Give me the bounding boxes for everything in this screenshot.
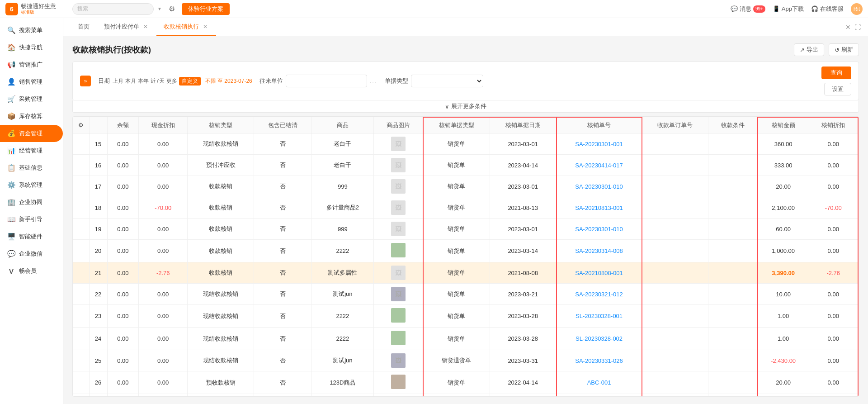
wechat-icon: 💬 (7, 250, 15, 258)
sidebar-item-inventory[interactable]: 📦 库存核算 (0, 108, 63, 125)
logo-area: 6 畅捷通好生意 标准版 (5, 3, 69, 15)
bill-no-link[interactable]: SA-20230314-008 (575, 247, 623, 254)
cell-cancel-discount: 0.00 (809, 305, 858, 328)
sidebar-item-enterprise[interactable]: 🏢 企业协同 (0, 194, 63, 211)
tab-collection[interactable]: 收款核销执行 ✕ (156, 18, 216, 36)
col-balance[interactable]: 余额 (107, 117, 139, 133)
sidebar-item-sales[interactable]: 👤 销售管理 (0, 73, 63, 90)
cell-include-settled: 否 (254, 371, 311, 394)
col-cancel-discount[interactable]: 核销折扣 (809, 117, 858, 133)
col-product[interactable]: 商品 (311, 117, 374, 133)
col-cancel-bill-date[interactable]: 核销单据日期 (490, 117, 556, 133)
cell-cancel-bill-date: 2023-03-01 (490, 133, 556, 155)
col-receipt-condition[interactable]: 收款条件 (708, 117, 758, 133)
col-product-img[interactable]: 商品图片 (374, 117, 423, 133)
cell-receipt-condition (708, 328, 758, 350)
sidebar-item-purchase[interactable]: 🛒 采购管理 (0, 90, 63, 108)
tab-prepay-close[interactable]: ✕ (142, 23, 149, 30)
last-month-btn[interactable]: 上月 (113, 77, 123, 85)
cell-cancel-type: 收款核销 (188, 219, 254, 240)
app-download-btn[interactable]: 📱 App下载 (773, 5, 804, 13)
sidebar-item-business[interactable]: 📊 经营管理 (0, 142, 63, 159)
more-btn[interactable]: 更多 (166, 77, 177, 85)
bill-no-link[interactable]: SA-20210808-001 (575, 270, 623, 276)
bill-no-link[interactable]: SA-20230301-001 (575, 141, 623, 147)
col-include-settled[interactable]: 包含已结清 (254, 117, 311, 133)
query-btn[interactable]: 查询 (821, 67, 851, 79)
product-image (391, 308, 406, 323)
col-cancel-type[interactable]: 核销类型 (188, 117, 254, 133)
online-service-btn[interactable]: 🎧 在线客服 (811, 5, 844, 13)
industry-btn[interactable]: 休验行业方案 (182, 3, 230, 15)
system-icon: ⚙️ (7, 181, 15, 189)
app-download-label: App下载 (782, 5, 804, 13)
cell-product-img (374, 240, 423, 262)
col-settings[interactable]: ⚙ (73, 117, 89, 133)
message-btn[interactable]: 💬 消息 99+ (731, 5, 765, 13)
cell-cancel-type: 预付冲应收 (188, 155, 254, 176)
product-image (391, 331, 406, 345)
cell-cancel-bill-no: ABC-001 (557, 371, 642, 394)
bill-no-link[interactable]: SL-20230328-002 (576, 335, 623, 342)
sidebar-item-marketing[interactable]: 📢 营销推广 (0, 56, 63, 73)
home-icon: 🏠 (7, 43, 15, 52)
bill-no-link[interactable]: SA-20230331-026 (575, 357, 623, 364)
cell-seq: 23 (89, 305, 107, 328)
maximize-icon[interactable]: ⛶ (854, 24, 861, 31)
refresh-btn[interactable]: ↺ 刷新 (829, 43, 859, 56)
bill-no-link[interactable]: SA-20230301-010 (575, 183, 623, 190)
tab-prepay[interactable]: 预付冲应付单 ✕ (97, 18, 156, 36)
tab-home[interactable]: 首页 (71, 18, 97, 36)
col-receipt-order-no[interactable]: 收款单订单号 (642, 117, 708, 133)
bill-no-link[interactable]: SA-20230301-010 (575, 226, 623, 233)
user-avatar[interactable]: Rit (851, 3, 863, 15)
sidebar-item-wechat[interactable]: 💬 企业微信 (0, 245, 63, 262)
sidebar-item-hardware[interactable]: 🖥️ 智能硬件 (0, 228, 63, 245)
this-year-btn[interactable]: 本年 (138, 77, 149, 85)
cell-seq: 22 (89, 284, 107, 305)
sidebar-label-enterprise: 企业协同 (19, 198, 42, 206)
sidebar-item-base[interactable]: 📋 基础信息 (0, 159, 63, 176)
bill-no-link[interactable]: SL-20230328-001 (576, 313, 623, 319)
sidebar-item-finance[interactable]: 💰 资金管理 (0, 125, 63, 142)
bill-no-link[interactable]: ABC-001 (587, 379, 611, 386)
bill-no-link[interactable]: SA-20230321-012 (575, 291, 623, 298)
sidebar-item-system[interactable]: ⚙️ 系统管理 (0, 176, 63, 194)
bill-no-link[interactable]: SA-20230414-017 (575, 162, 623, 169)
close-window-icon[interactable]: ✕ (845, 24, 851, 31)
bill-no-link[interactable]: SA-20210813-001 (575, 204, 623, 211)
cell-cancel-amount: 60.00 (758, 219, 809, 240)
search-bar[interactable]: 搜索 (72, 3, 154, 15)
col-cancel-bill-no[interactable]: 核销单号 (557, 117, 642, 133)
cell-product: 999 (311, 219, 374, 240)
sidebar-item-guide[interactable]: 📖 新手引导 (0, 211, 63, 228)
cell-receipt-order-no (642, 133, 708, 155)
sidebar-item-member[interactable]: V 畅会员 (0, 262, 63, 280)
last7-btn[interactable]: 近7天 (151, 77, 165, 85)
col-cancel-amount[interactable]: 核销金额 (758, 117, 809, 133)
sidebar-item-quicknav[interactable]: 🏠 快捷导航 (0, 39, 63, 56)
bill-type-select[interactable] (411, 75, 483, 87)
filter-collapse-btn[interactable]: » (80, 76, 91, 86)
cell-cancel-bill-date: 2023-04-08 (490, 394, 556, 397)
setting-btn[interactable]: 设置 (824, 83, 851, 95)
export-btn[interactable]: ↗ 导出 (794, 43, 824, 56)
col-cash-discount[interactable]: 现金折扣 (139, 117, 188, 133)
expand-more-btn[interactable]: ∨ 展开更多条件 (73, 100, 859, 112)
cell-product-img: 🖼 (374, 219, 423, 240)
cell-balance: 0.00 (107, 371, 139, 394)
dropdown-arrow-icon[interactable]: ▼ (157, 6, 162, 11)
gear-icon[interactable]: ⚙ (165, 3, 178, 15)
product-image: 🖼 (391, 266, 406, 280)
col-cancel-bill-type[interactable]: 核销单据类型 (423, 117, 490, 133)
sidebar-item-search[interactable]: 🔍 搜索菜单 (0, 22, 63, 39)
cell-cancel-amount: 2,100.00 (758, 197, 809, 219)
partner-input[interactable] (286, 75, 367, 87)
cell-seq: 21 (89, 262, 107, 284)
cell-cancel-bill-date: 2023-03-28 (490, 305, 556, 328)
this-month-btn[interactable]: 本月 (125, 77, 136, 85)
custom-date-btn[interactable]: 自定义 (179, 77, 201, 86)
tab-collection-close[interactable]: ✕ (202, 23, 209, 30)
sidebar-label-quicknav: 快捷导航 (19, 43, 42, 52)
cell-receipt-condition (708, 176, 758, 197)
